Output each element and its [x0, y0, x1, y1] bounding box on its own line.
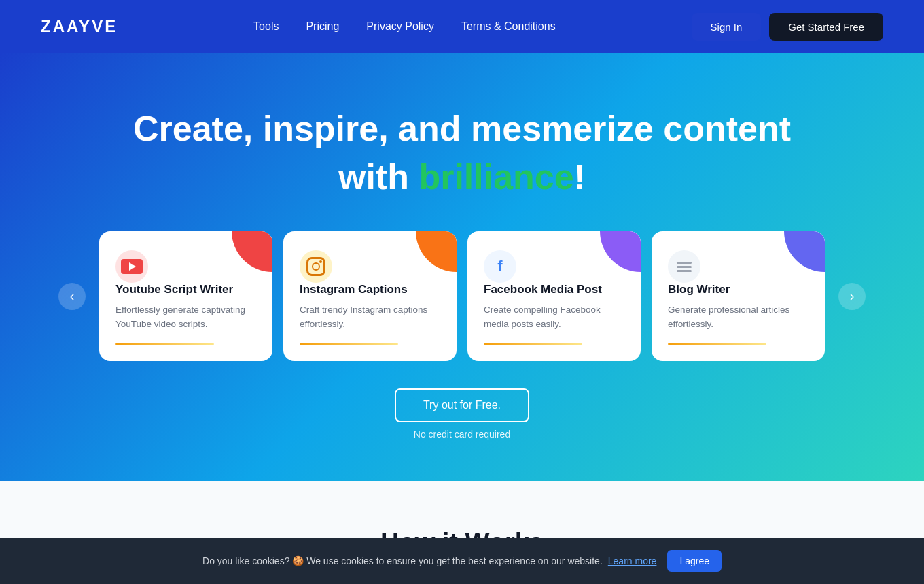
hero-title-line1: Create, inspire, and mesmerize content	[27, 107, 897, 150]
card-blog-desc: Generate professional articles effortles…	[668, 303, 808, 331]
hero-title-suffix: !	[574, 157, 586, 196]
main-nav: Tools Pricing Privacy Policy Terms & Con…	[253, 20, 556, 33]
cookie-agree-button[interactable]: I agree	[667, 550, 722, 572]
getstarted-button[interactable]: Get Started Free	[769, 13, 883, 41]
try-free-button[interactable]: Try out for Free.	[395, 388, 529, 422]
youtube-play-icon	[129, 262, 136, 271]
nav-privacy[interactable]: Privacy Policy	[366, 20, 434, 32]
card-facebook-desc: Create compelling Facebook media posts e…	[484, 303, 624, 331]
card-blog: Blog Writer Generate professional articl…	[652, 231, 825, 361]
instagram-icon	[300, 250, 332, 283]
instagram-icon-inner	[306, 257, 325, 276]
hero-title-line2: with brilliance!	[27, 156, 897, 197]
card-instagram: Instagram Captions Craft trendy Instagra…	[283, 231, 457, 361]
nav-tools[interactable]: Tools	[253, 20, 279, 32]
cards-row: Youtube Script Writer Effortlessly gener…	[99, 231, 825, 361]
card-youtube: Youtube Script Writer Effortlessly gener…	[99, 231, 272, 361]
blog-line-1	[677, 262, 692, 264]
card-instagram-desc: Craft trendy Instagram captions effortle…	[300, 303, 440, 331]
instagram-circle	[312, 262, 320, 271]
youtube-icon-inner	[121, 259, 143, 274]
slider-next-button[interactable]: ›	[838, 283, 866, 310]
card-instagram-divider	[300, 343, 398, 345]
header-buttons: Sign In Get Started Free	[692, 13, 883, 41]
cards-container: ‹ Youtube Script Writer Effortlessly gen…	[54, 231, 870, 361]
card-youtube-desc: Effortlessly generate captivating YouTub…	[116, 303, 256, 331]
card-corner-youtube	[232, 231, 272, 272]
card-corner-instagram	[416, 231, 457, 272]
youtube-icon	[116, 250, 148, 283]
card-corner-facebook	[600, 231, 641, 272]
card-corner-blog	[784, 231, 825, 272]
hero-section: Create, inspire, and mesmerize content w…	[0, 53, 924, 481]
card-instagram-title: Instagram Captions	[300, 283, 440, 296]
hero-title-highlight: brilliance	[419, 157, 573, 196]
cta-section: Try out for Free. No credit card require…	[27, 388, 897, 440]
blog-line-3	[677, 270, 692, 272]
cookie-text: Do you like cookies? 🍪 We use cookies to…	[202, 555, 603, 566]
logo: ZAAYVE	[41, 17, 118, 36]
no-credit-text: No credit card required	[414, 429, 510, 440]
card-facebook: f Facebook Media Post Create compelling …	[467, 231, 641, 361]
card-facebook-divider	[484, 343, 582, 345]
nav-terms[interactable]: Terms & Conditions	[461, 20, 556, 32]
card-blog-divider	[668, 343, 766, 345]
blog-line-2	[677, 266, 692, 268]
card-youtube-title: Youtube Script Writer	[116, 283, 256, 296]
slider-prev-button[interactable]: ‹	[58, 283, 86, 310]
hero-title-prefix: with	[338, 157, 419, 196]
nav-pricing[interactable]: Pricing	[306, 20, 339, 32]
card-facebook-title: Facebook Media Post	[484, 283, 624, 296]
cookie-banner: Do you like cookies? 🍪 We use cookies to…	[0, 538, 924, 584]
card-youtube-divider	[116, 343, 214, 345]
header: ZAAYVE Tools Pricing Privacy Policy Term…	[0, 0, 924, 53]
card-blog-title: Blog Writer	[668, 283, 808, 296]
blog-icon	[668, 250, 700, 283]
cookie-learn-more[interactable]: Learn more	[608, 555, 657, 566]
signin-button[interactable]: Sign In	[692, 13, 762, 41]
facebook-icon: f	[484, 250, 516, 283]
instagram-dot	[319, 260, 322, 263]
